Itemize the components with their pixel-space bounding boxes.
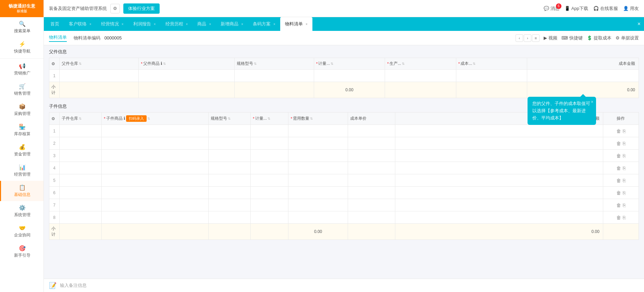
copy-icon-4[interactable]: ⎘	[623, 165, 626, 171]
copy-icon-8[interactable]: ⎘	[623, 215, 626, 220]
child-goods-cell-5[interactable]	[102, 174, 209, 187]
copy-icon-6[interactable]: ⎘	[623, 190, 626, 196]
message-button[interactable]: 💬 消息 6	[544, 5, 559, 12]
delete-icon-7[interactable]: 🗑	[616, 202, 621, 208]
copy-icon-3[interactable]: ⎘	[623, 153, 626, 159]
delete-icon-1[interactable]: 🗑	[616, 128, 621, 134]
tab-customer-close[interactable]: ×	[89, 22, 91, 26]
sidebar-item-system[interactable]: ⚙️ 系统管理	[0, 201, 44, 221]
sidebar-item-quicknav[interactable]: ⚡ 快捷导航	[0, 37, 44, 58]
delete-icon-4[interactable]: 🗑	[616, 165, 621, 171]
app-download-button[interactable]: 📱 App下载	[565, 5, 588, 12]
child-warehouse-cell-6[interactable]	[60, 187, 102, 199]
child-spec-cell-6[interactable]	[209, 187, 251, 199]
child-unitcost-cell-1[interactable]	[348, 125, 395, 137]
settings-button[interactable]: ⚙	[110, 4, 120, 13]
tab-home[interactable]: 首页	[46, 17, 64, 31]
child-unitcost-cell-6[interactable]	[348, 187, 395, 199]
tab-customer[interactable]: 客户联络 ×	[64, 17, 96, 31]
parent-produce-cell[interactable]	[385, 70, 456, 82]
child-unit-cell-7[interactable]	[251, 199, 288, 211]
scan-button[interactable]: 扫码录入	[126, 115, 147, 122]
child-warehouse-cell-7[interactable]	[60, 199, 102, 211]
child-unit-cell-3[interactable]	[251, 150, 288, 162]
child-goods-cell-2[interactable]	[102, 137, 209, 150]
copy-icon-1[interactable]: ⎘	[623, 128, 626, 134]
close-all-button[interactable]: ×	[636, 19, 642, 29]
child-qty-cell-1[interactable]	[288, 125, 348, 137]
child-warehouse-cell-2[interactable]	[60, 137, 102, 150]
child-unitcost-cell-7[interactable]	[348, 199, 395, 211]
child-goods-cell-7[interactable]	[102, 199, 209, 211]
tab-goods[interactable]: 商品 ×	[193, 17, 216, 31]
tab-new-goods[interactable]: 新增商品 ×	[216, 17, 248, 31]
child-goods-cell-1[interactable]	[102, 125, 209, 137]
child-goods-cell-6[interactable]	[102, 187, 209, 199]
sidebar-item-basic-info[interactable]: 📋 基础信息	[0, 181, 44, 201]
child-unitcost-cell-5[interactable]	[348, 174, 395, 187]
child-qty-cell-7[interactable]	[288, 199, 348, 211]
child-unitcost-cell-4[interactable]	[348, 162, 395, 174]
child-warehouse-cell-1[interactable]	[60, 125, 102, 137]
sidebar-item-sales[interactable]: 🛒 销售管理	[0, 80, 44, 100]
sidebar-item-inventory[interactable]: 🏪 库存核算	[0, 120, 44, 140]
cost-action[interactable]: 💲 提取成本	[587, 35, 611, 41]
child-unit-cell-8[interactable]	[251, 211, 288, 224]
user-button[interactable]: 👤 用友	[623, 5, 639, 12]
delete-icon-5[interactable]: 🗑	[616, 178, 621, 183]
sub-tab-bom[interactable]: 物料清单	[49, 34, 67, 42]
child-unit-cell-5[interactable]	[251, 174, 288, 187]
child-spec-cell-8[interactable]	[209, 211, 251, 224]
child-goods-cell-4[interactable]	[102, 162, 209, 174]
tab-bom-close[interactable]: ×	[306, 22, 308, 26]
child-unit-cell-1[interactable]	[251, 125, 288, 137]
child-spec-cell-3[interactable]	[209, 150, 251, 162]
online-service-button[interactable]: 🎧 在线客服	[593, 5, 618, 12]
child-qty-cell-2[interactable]	[288, 137, 348, 150]
child-qty-cell-3[interactable]	[288, 150, 348, 162]
view-action[interactable]: ▶ 视频	[544, 35, 557, 41]
settings-action[interactable]: ⚙ 单据设置	[616, 35, 639, 41]
prev-button[interactable]: ‹	[516, 34, 523, 42]
child-warehouse-cell-5[interactable]	[60, 174, 102, 187]
delete-icon-3[interactable]: 🗑	[616, 153, 621, 159]
child-warehouse-cell-4[interactable]	[60, 162, 102, 174]
tab-operations-close[interactable]: ×	[122, 22, 124, 26]
parent-goods-cell[interactable]	[139, 70, 235, 82]
child-spec-cell-4[interactable]	[209, 162, 251, 174]
tab-profit-close[interactable]: ×	[154, 22, 156, 26]
child-unitcost-cell-3[interactable]	[348, 150, 395, 162]
child-spec-cell-5[interactable]	[209, 174, 251, 187]
delete-icon-8[interactable]: 🗑	[616, 215, 621, 220]
sidebar-item-purchase[interactable]: 📦 采购管理	[0, 100, 44, 120]
tooltip-close-button[interactable]: ×	[591, 99, 593, 105]
tab-bom[interactable]: 物料清单 ×	[280, 17, 312, 31]
child-warehouse-cell-3[interactable]	[60, 150, 102, 162]
experience-button[interactable]: 体验行业方案	[123, 3, 160, 14]
sidebar-item-marketing[interactable]: 📢 营销推广	[0, 59, 44, 80]
tab-goods-close[interactable]: ×	[209, 22, 211, 26]
copy-icon-2[interactable]: ⎘	[623, 141, 626, 146]
tab-barcode-close[interactable]: ×	[273, 22, 275, 26]
tab-operations[interactable]: 经营情况 ×	[96, 17, 128, 31]
shortcut-action[interactable]: ⌨ 快捷键	[561, 35, 583, 41]
copy-icon-5[interactable]: ⎘	[623, 178, 626, 183]
sidebar-item-finance[interactable]: 💰 资金管理	[0, 140, 44, 161]
child-unit-cell-6[interactable]	[251, 187, 288, 199]
tab-barcode[interactable]: 条码方案 ×	[248, 17, 280, 31]
tab-profit[interactable]: 利润报告 ×	[128, 17, 161, 31]
tab-history-close[interactable]: ×	[186, 22, 188, 26]
child-spec-cell-7[interactable]	[209, 199, 251, 211]
menu-button[interactable]: ≡	[532, 34, 540, 42]
child-unit-cell-4[interactable]	[251, 162, 288, 174]
delete-icon-2[interactable]: 🗑	[616, 141, 621, 146]
child-qty-cell-5[interactable]	[288, 174, 348, 187]
child-goods-cell-8[interactable]	[102, 211, 209, 224]
child-qty-cell-8[interactable]	[288, 211, 348, 224]
child-spec-cell-2[interactable]	[209, 137, 251, 150]
parent-unit-cell[interactable]	[314, 70, 385, 82]
parent-spec-cell[interactable]	[235, 70, 314, 82]
sidebar-item-operations[interactable]: 📊 经营管理	[0, 161, 44, 181]
child-qty-cell-4[interactable]	[288, 162, 348, 174]
parent-warehouse-cell[interactable]	[60, 70, 139, 82]
